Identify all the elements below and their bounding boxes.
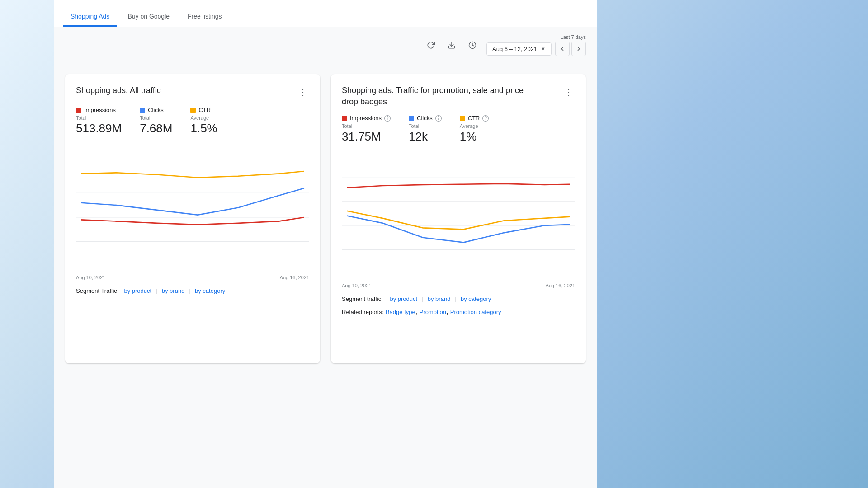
card-promotion-title: Shopping ads: Traffic for promotion, sal… <box>342 85 540 108</box>
segment-traffic-label-2: Segment traffic: <box>342 296 383 302</box>
chart-date-end-2: Aug 16, 2021 <box>546 283 575 288</box>
tab-free-listings[interactable]: Free listings <box>180 13 229 27</box>
chart-all-traffic <box>76 145 309 271</box>
clicks-value-2: 12k <box>409 130 442 144</box>
card-promotion-metrics: Impressions ? Total 31.75M Clicks ? Tota… <box>342 115 575 144</box>
prev-period-button[interactable] <box>555 42 570 56</box>
metric-impressions-1: Impressions Total 513.89M <box>76 107 122 136</box>
related-reports-label: Related reports: <box>342 309 384 315</box>
cards-container: Shopping ads: All traffic ⋮ Impressions … <box>54 63 597 374</box>
date-picker[interactable]: Aug 6 – 12, 2021 ▼ <box>486 42 552 56</box>
metric-clicks-2-legend: Clicks ? <box>409 115 442 122</box>
clicks-value-1: 7.68M <box>140 122 172 136</box>
impressions-value-2: 31.75M <box>342 130 391 144</box>
segment-by-brand-2[interactable]: by brand <box>428 296 451 302</box>
related-reports-section: Related reports: Badge type, Promotion, … <box>342 308 575 316</box>
chart-all-traffic-dates: Aug 10, 2021 Aug 16, 2021 <box>76 275 309 280</box>
tab-buy-on-google[interactable]: Buy on Google <box>120 13 177 27</box>
segment-sep-2b: | <box>422 296 423 302</box>
metric-ctr-2: CTR ? Average 1% <box>460 115 489 144</box>
clicks-dot-1 <box>140 108 145 113</box>
impressions-sublabel-2: Total <box>342 123 391 129</box>
clicks-info-icon-2[interactable]: ? <box>435 115 442 122</box>
chart-all-traffic-svg <box>76 145 309 271</box>
chart-date-start-2: Aug 10, 2021 <box>342 283 371 288</box>
chart-date-start-1: Aug 10, 2021 <box>76 275 105 280</box>
toolbar: Last 7 days Aug 6 – 12, 2021 ▼ <box>54 27 597 63</box>
tab-shopping-ads[interactable]: Shopping Ads <box>63 13 117 27</box>
segment-by-category-1[interactable]: by category <box>195 287 225 294</box>
metric-clicks-1-legend: Clicks <box>140 107 172 113</box>
clicks-sublabel-2: Total <box>409 123 442 129</box>
date-range-container: Last 7 days Aug 6 – 12, 2021 ▼ <box>486 34 586 56</box>
impressions-label-2: Impressions <box>350 115 382 122</box>
ctr-label-2: CTR <box>468 115 480 122</box>
segment-traffic-1: Segment Traffic by product | by brand | … <box>76 287 309 294</box>
card-all-traffic-header: Shopping ads: All traffic ⋮ <box>76 85 309 99</box>
metric-clicks-1: Clicks Total 7.68M <box>140 107 172 136</box>
card-all-traffic-more-button[interactable]: ⋮ <box>297 85 309 99</box>
metric-impressions-1-legend: Impressions <box>76 107 122 113</box>
segment-sep-1b: | <box>156 287 157 294</box>
impressions-label-1: Impressions <box>84 107 116 113</box>
refresh-button[interactable] <box>424 38 438 52</box>
tabs-bar: Shopping Ads Buy on Google Free listings <box>54 0 597 27</box>
segment-by-product-2[interactable]: by product <box>390 296 417 302</box>
impressions-dot-1 <box>76 108 81 113</box>
chart-promotion-dates: Aug 10, 2021 Aug 16, 2021 <box>342 283 575 288</box>
metric-ctr-1: CTR Average 1.5% <box>190 107 217 136</box>
metric-ctr-2-legend: CTR ? <box>460 115 489 122</box>
related-sep-1: , <box>415 308 420 315</box>
segment-by-category-2[interactable]: by category <box>461 296 491 302</box>
impressions-sublabel-1: Total <box>76 115 122 121</box>
related-badge-type[interactable]: Badge type <box>386 309 415 315</box>
metric-impressions-2-legend: Impressions ? <box>342 115 391 122</box>
download-button[interactable] <box>445 38 458 52</box>
segment-by-brand-1[interactable]: by brand <box>162 287 185 294</box>
segment-traffic-label-1: Segment Traffic <box>76 287 117 294</box>
card-all-traffic: Shopping ads: All traffic ⋮ Impressions … <box>65 74 320 363</box>
related-sep-2: , <box>446 308 450 315</box>
metric-ctr-1-legend: CTR <box>190 107 217 113</box>
history-button[interactable] <box>466 38 479 52</box>
ctr-value-2: 1% <box>460 130 489 144</box>
segment-sep-2c: | <box>455 296 456 302</box>
impressions-dot-2 <box>342 116 347 121</box>
ctr-label-1: CTR <box>198 107 211 113</box>
clicks-label-1: Clicks <box>148 107 164 113</box>
metric-clicks-2: Clicks ? Total 12k <box>409 115 442 144</box>
card-all-traffic-metrics: Impressions Total 513.89M Clicks Total 7… <box>76 107 309 136</box>
clicks-dot-2 <box>409 116 414 121</box>
segment-sep-1c: | <box>189 287 190 294</box>
toolbar-icons <box>424 38 479 52</box>
nav-arrows <box>555 42 586 56</box>
ctr-sublabel-2: Average <box>460 123 489 129</box>
last-n-days-label: Last 7 days <box>561 34 586 40</box>
chart-promotion-traffic <box>342 153 575 279</box>
ctr-dot-1 <box>190 108 196 113</box>
date-picker-value: Aug 6 – 12, 2021 <box>492 46 537 52</box>
chart-date-end-1: Aug 16, 2021 <box>280 275 309 280</box>
clicks-label-2: Clicks <box>417 115 433 122</box>
ctr-info-icon-2[interactable]: ? <box>482 115 489 122</box>
dropdown-arrow-icon: ▼ <box>541 46 546 52</box>
next-period-button[interactable] <box>571 42 586 56</box>
related-promotion[interactable]: Promotion <box>420 309 446 315</box>
related-promotion-category[interactable]: Promotion category <box>450 309 501 315</box>
ctr-sublabel-1: Average <box>190 115 217 121</box>
card-promotion-traffic: Shopping ads: Traffic for promotion, sal… <box>331 74 586 363</box>
segment-traffic-2: Segment traffic: by product | by brand |… <box>342 296 575 302</box>
ctr-value-1: 1.5% <box>190 122 217 136</box>
segment-by-product-1[interactable]: by product <box>124 287 151 294</box>
chart-promotion-traffic-svg <box>342 153 575 279</box>
impressions-info-icon-2[interactable]: ? <box>384 115 391 122</box>
ctr-dot-2 <box>460 116 465 121</box>
card-promotion-header: Shopping ads: Traffic for promotion, sal… <box>342 85 575 108</box>
metric-impressions-2: Impressions ? Total 31.75M <box>342 115 391 144</box>
impressions-value-1: 513.89M <box>76 122 122 136</box>
card-all-traffic-title: Shopping ads: All traffic <box>76 85 161 96</box>
clicks-sublabel-1: Total <box>140 115 172 121</box>
card-promotion-more-button[interactable]: ⋮ <box>562 85 575 99</box>
